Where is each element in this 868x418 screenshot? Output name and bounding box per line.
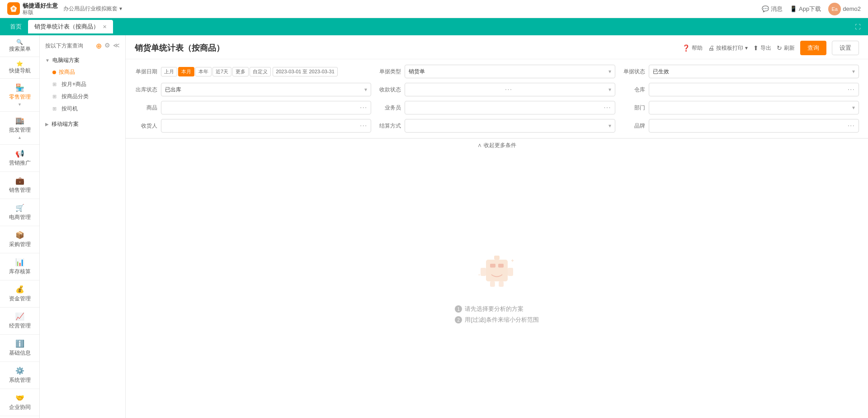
date-tabs: 上月 本月 本年 近7天 更多 自定义	[161, 67, 271, 76]
sidebar-item-purchase[interactable]: 📦 采购管理	[0, 226, 39, 253]
app-download-btn[interactable]: 📱 App下载	[790, 5, 821, 13]
empty-tips: 1 请先选择要分析的方案 2 用[过滤]条件来缩小分析范围	[455, 305, 538, 327]
tab-home[interactable]: 首页	[4, 20, 28, 33]
filter-product: 商品 ···	[135, 101, 371, 114]
tab-close-icon[interactable]: ✕	[103, 24, 107, 30]
doc-status-control[interactable]: 已生效 ▾	[649, 65, 859, 78]
add-scheme-btn[interactable]: ⊕	[96, 42, 102, 50]
doc-status-label: 单据状态	[623, 68, 645, 76]
scheme-grid-icon-1: ⊞	[52, 81, 59, 88]
tab-maximize-icon[interactable]: ⛶	[855, 24, 861, 30]
workspace-selector[interactable]: 办公用品行业模拟账套 ▾	[63, 5, 122, 13]
logo-icon	[7, 2, 20, 15]
scheme-group-mobile-header[interactable]: ▶ 移动端方案	[40, 119, 125, 130]
download-icon: 📱	[790, 5, 797, 12]
salesperson-control[interactable]: ···	[405, 101, 615, 114]
sidebar-item-finance[interactable]: 💰 资金管理	[0, 280, 39, 308]
page-title-bar: 销货单统计表（按商品） ❓ 帮助 🖨 按模板打印 ▾ ⬆ 导出	[126, 35, 868, 59]
export-btn[interactable]: ⬆ 导出	[753, 44, 771, 52]
brand-control[interactable]: ···	[649, 119, 859, 133]
header-right: 💬 消息 📱 App下载 Ea demo2	[762, 3, 861, 15]
messages-btn[interactable]: 💬 消息	[762, 5, 783, 13]
finance-icon: 💰	[15, 285, 24, 294]
empty-tip-2: 2 用[过滤]条件来缩小分析范围	[455, 316, 538, 324]
collapse-filters-btn[interactable]: ∧ 收起更多条件	[126, 138, 868, 152]
date-range-display[interactable]: 2023-03-01 至 2023-03-31	[273, 67, 338, 76]
query-button[interactable]: 查询	[800, 41, 826, 55]
sidebar-item-operations[interactable]: 📈 经营管理	[0, 308, 39, 335]
sidebar-item-marketing[interactable]: 📢 营销推广	[0, 145, 39, 172]
date-tab-custom[interactable]: 自定义	[250, 67, 271, 76]
date-tab-more[interactable]: 更多	[232, 67, 249, 76]
scheme-item-by-product[interactable]: 按商品	[40, 66, 125, 78]
wholesale-arrow: ▲	[18, 135, 22, 140]
sidebar-item-enterprise[interactable]: 🤝 企业协同	[0, 389, 39, 416]
sidebar-item-sales[interactable]: 💼 销售管理	[0, 172, 39, 199]
sidebar-item-inventory[interactable]: 📊 库存核算	[0, 253, 39, 280]
scheme-group-desktop-header[interactable]: ▼ 电脑端方案	[40, 55, 125, 66]
sidebar-quick-nav[interactable]: ⭐ 快捷导航	[0, 57, 39, 79]
date-tab-this-year[interactable]: 本年	[195, 67, 212, 76]
filter-out-status: 出库状态 已出库 ▾	[135, 83, 371, 96]
main-layout: 🔍 搜索菜单 ⭐ 快捷导航 🏪 零售管理 ▼ 🏬 批发管理 ▲ 📢 营销推广 💼…	[0, 35, 868, 418]
receipt-status-dots-icon: ···	[505, 86, 512, 94]
content-area: 按以下方案查询 ⊕ ⚙ ≪ ▼ 电脑端方案 按商品 ⊞ 按月+	[40, 35, 868, 418]
help-btn[interactable]: ❓ 帮助	[682, 44, 703, 52]
main-panel: 销货单统计表（按商品） ❓ 帮助 🖨 按模板打印 ▾ ⬆ 导出	[126, 35, 868, 418]
set-button[interactable]: 设置	[832, 41, 859, 55]
sidebar-item-wholesale[interactable]: 🏬 批发管理 ▲	[0, 112, 39, 145]
enterprise-icon: 🤝	[15, 394, 24, 402]
purchase-icon: 📦	[15, 231, 24, 239]
svg-rect-1	[486, 260, 508, 281]
workspace-label: 办公用品行业模拟账套	[63, 5, 118, 13]
scheme-grid-icon-3: ⊞	[52, 106, 59, 112]
settings-scheme-btn[interactable]: ⚙	[104, 42, 110, 50]
receipt-status-control[interactable]: ··· ▾	[405, 83, 615, 96]
sidebar-item-retail[interactable]: 🏪 零售管理 ▼	[0, 79, 39, 112]
username-label: demo2	[843, 5, 861, 12]
date-tab-this-month[interactable]: 本月	[178, 67, 194, 76]
filter-dept: 部门 ▾	[623, 101, 859, 114]
payment-method-control[interactable]: ▾	[405, 119, 615, 133]
scheme-item-by-category[interactable]: ⊞ 按商品分类	[40, 90, 125, 103]
sidebar-search[interactable]: 🔍 搜索菜单	[0, 35, 39, 57]
scheme-item-by-driver[interactable]: ⊞ 按司机	[40, 103, 125, 115]
refresh-btn[interactable]: ↻ 刷新	[777, 44, 795, 52]
inventory-icon: 📊	[15, 258, 24, 266]
svg-text:✦: ✦	[478, 273, 481, 277]
tab-sales-stat[interactable]: 销货单统计表（按商品） ✕	[28, 20, 113, 33]
salesperson-label: 业务员	[378, 104, 401, 112]
filter-row-3: 商品 ··· 业务员 ··· 部门	[135, 101, 859, 114]
tab-bar: 首页 销货单统计表（按商品） ✕ ⛶	[0, 18, 868, 35]
dept-control[interactable]: ▾	[649, 101, 859, 114]
warehouse-control[interactable]: ···	[649, 83, 859, 96]
product-control[interactable]: ···	[161, 101, 371, 114]
sidebar-item-system[interactable]: ⚙️ 系统管理	[0, 362, 39, 389]
svg-rect-5	[481, 268, 486, 276]
warehouse-label: 仓库	[623, 86, 645, 94]
out-status-control[interactable]: 已出库 ▾	[161, 83, 371, 96]
sidebar-item-basic[interactable]: ℹ️ 基础信息	[0, 335, 39, 362]
payment-method-arrow-icon: ▾	[609, 123, 611, 129]
sidebar-item-guide[interactable]: 🎯 新手引导	[0, 416, 39, 418]
svg-rect-7	[490, 281, 495, 287]
product-dots-icon: ···	[360, 104, 367, 112]
logo-area: 畅捷通好生意 标版	[7, 2, 58, 16]
date-tab-last-month[interactable]: 上月	[161, 67, 177, 76]
date-tab-7days[interactable]: 近7天	[212, 67, 231, 76]
collapse-panel-btn[interactable]: ≪	[113, 42, 120, 50]
out-status-arrow-icon: ▾	[364, 86, 367, 93]
template-print-btn[interactable]: 🖨 按模板打印 ▾	[708, 44, 748, 52]
doc-status-arrow-icon: ▾	[852, 68, 855, 75]
sidebar-item-ecommerce[interactable]: 🛒 电商管理	[0, 199, 39, 226]
scheme-item-by-month-product[interactable]: ⊞ 按月+商品	[40, 78, 125, 90]
doc-type-control[interactable]: 销货单 ▾	[405, 65, 615, 78]
filter-area: 单据日期 上月 本月 本年 近7天 更多 自定义 2023-03-01 至 20…	[126, 59, 868, 138]
empty-illustration: ✦ ✦	[470, 243, 524, 298]
recipient-control[interactable]: ···	[161, 119, 371, 133]
group-collapse-icon: ▶	[45, 122, 49, 127]
warehouse-dots-icon: ···	[848, 86, 855, 94]
dept-arrow-icon: ▾	[852, 104, 855, 111]
user-area[interactable]: Ea demo2	[828, 3, 861, 15]
filter-salesperson: 业务员 ···	[378, 101, 615, 114]
